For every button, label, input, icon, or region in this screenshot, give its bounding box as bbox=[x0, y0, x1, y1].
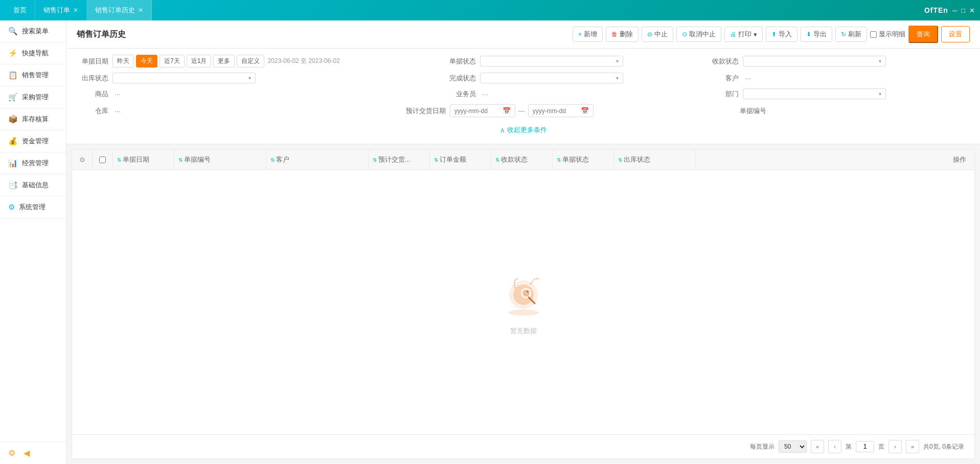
complete-status-select[interactable]: ▾ bbox=[480, 73, 623, 83]
department-select[interactable]: ▾ bbox=[743, 89, 886, 99]
collapse-bar[interactable]: ∧ 收起更多条件 bbox=[77, 122, 970, 138]
order-no-sort-icon[interactable]: ⇅ bbox=[178, 157, 183, 163]
pagination: 每页显示 50 10 20 100 « ‹ 第 页 › » 共0页, 0条记录 bbox=[72, 434, 974, 458]
delivery-date-start-input[interactable] bbox=[454, 107, 500, 115]
tab-sales-order-close[interactable]: ✕ bbox=[73, 7, 78, 14]
export-button[interactable]: ⬇ 导出 bbox=[801, 27, 832, 42]
delivery-date-end-input[interactable] bbox=[533, 107, 579, 115]
page-input[interactable] bbox=[856, 441, 874, 452]
date-btn-today[interactable]: 今天 bbox=[136, 55, 157, 68]
sidebar-item-purchase[interactable]: 🛒 采购管理 bbox=[0, 86, 66, 108]
display-columns-label: 显示明细 bbox=[879, 30, 905, 39]
filter-cell-complete-status: 完成状态 ▾ bbox=[444, 73, 707, 83]
filter-cell-salesperson: 业务员 ··· bbox=[444, 89, 707, 99]
minimize-btn[interactable]: ─ bbox=[952, 7, 957, 14]
sidebar-item-basic-info[interactable]: 📑 基础信息 bbox=[0, 174, 66, 196]
goods-dots-btn[interactable]: ··· bbox=[112, 89, 123, 99]
date-range-display: 2023-06-02 至 2023-06-02 bbox=[267, 57, 339, 65]
salesperson-dots-btn[interactable]: ··· bbox=[480, 89, 490, 99]
customer-dots-btn[interactable]: ··· bbox=[743, 73, 753, 83]
tab-sales-order-history-label: 销售订单历史 bbox=[95, 6, 135, 15]
first-page-btn[interactable]: « bbox=[811, 440, 824, 453]
next-page-btn[interactable]: › bbox=[888, 440, 902, 453]
gear-icon[interactable]: ⚙ bbox=[79, 156, 85, 164]
refresh-button-label: 刷新 bbox=[848, 30, 861, 39]
search-button[interactable]: 查询 bbox=[908, 26, 938, 43]
warehouse-dots-btn[interactable]: ··· bbox=[112, 106, 123, 116]
calendar-end-icon[interactable]: 📅 bbox=[581, 107, 589, 115]
tab-sales-order-history[interactable]: 销售订单历史 ✕ bbox=[87, 0, 152, 20]
filter-cell-goods: 商品 ··· bbox=[77, 89, 444, 99]
sidebar-item-management[interactable]: 📊 经营管理 bbox=[0, 152, 66, 174]
basic-info-icon: 📑 bbox=[8, 181, 18, 190]
salesperson-label: 业务员 bbox=[444, 90, 480, 99]
filter-cell-delivery-date: 预计交货日期 📅 — 📅 bbox=[406, 104, 735, 117]
delivery-sort-icon[interactable]: ⇅ bbox=[373, 157, 377, 163]
th-pay-status: ⇅ 收款状态 bbox=[491, 150, 553, 169]
delivery-date-end-group: 📅 bbox=[528, 104, 594, 117]
tab-sales-order-history-close[interactable]: ✕ bbox=[138, 7, 143, 14]
sidebar-item-finance[interactable]: 💰 资金管理 bbox=[0, 130, 66, 152]
date-btn-custom[interactable]: 自定义 bbox=[237, 55, 264, 68]
th-checkbox[interactable] bbox=[93, 151, 113, 168]
pay-sort-icon[interactable]: ⇅ bbox=[495, 157, 499, 163]
customer-sort-icon[interactable]: ⇅ bbox=[270, 157, 275, 163]
sidebar-item-sales[interactable]: 📋 销售管理 bbox=[0, 64, 66, 86]
table-area: ⚙ ⇅ 单据日期 ⇅ 单据编号 ⇅ 客户 ⇅ bbox=[72, 149, 975, 459]
delivery-date-start-group: 📅 bbox=[450, 104, 515, 117]
sidebar-item-search[interactable]: 🔍 搜索菜单 bbox=[0, 20, 66, 42]
select-all-checkbox[interactable] bbox=[99, 157, 106, 163]
refresh-icon: ↻ bbox=[841, 31, 846, 38]
restore-btn[interactable]: □ bbox=[961, 7, 965, 14]
date-selector: 昨天 今天 近7天 近1月 更多 自定义 bbox=[112, 55, 264, 68]
svg-point-5 bbox=[527, 291, 529, 293]
close-btn[interactable]: ✕ bbox=[969, 7, 975, 14]
sidebar-item-management-label: 经营管理 bbox=[22, 159, 49, 168]
stock-status-select[interactable]: ▾ bbox=[112, 73, 256, 83]
sidebar-item-system[interactable]: ⚙ 系统管理 bbox=[0, 196, 66, 218]
th-customer-label: 客户 bbox=[276, 155, 289, 164]
sidebar-item-quicknav[interactable]: ⚡ 快捷导航 bbox=[0, 42, 66, 64]
cancel-stop-button[interactable]: ⊙ 取消中止 bbox=[676, 27, 721, 42]
th-order-status: ⇅ 单据状态 bbox=[553, 150, 614, 169]
collapse-sidebar-icon[interactable]: ◀ bbox=[24, 448, 30, 458]
display-columns-toggle[interactable]: 显示明细 bbox=[870, 30, 905, 39]
sidebar-item-basic-info-label: 基础信息 bbox=[22, 181, 49, 190]
settings-button[interactable]: 设置 bbox=[941, 26, 970, 42]
order-status-sort-icon[interactable]: ⇅ bbox=[557, 157, 561, 163]
date-sort-icon[interactable]: ⇅ bbox=[117, 157, 121, 163]
stock-status-label: 出库状态 bbox=[77, 74, 112, 83]
print-button[interactable]: 🖨 打印 ▾ bbox=[724, 27, 763, 42]
add-button[interactable]: + 新增 bbox=[573, 27, 603, 42]
filter-cell-payment-status: 收款状态 ▾ bbox=[707, 56, 970, 67]
filter-row-3: 商品 ··· 业务员 ··· 部门 ▾ bbox=[77, 89, 970, 99]
empty-state: 暂无数据 bbox=[498, 269, 549, 336]
complete-status-label: 完成状态 bbox=[444, 74, 480, 83]
order-status-select[interactable]: ▾ bbox=[480, 56, 623, 67]
stock-sort-icon[interactable]: ⇅ bbox=[618, 157, 622, 163]
sidebar-item-inventory[interactable]: 📦 库存核算 bbox=[0, 108, 66, 130]
payment-status-select[interactable]: ▾ bbox=[743, 56, 886, 67]
amount-sort-icon[interactable]: ⇅ bbox=[434, 157, 438, 163]
date-separator: — bbox=[515, 107, 528, 115]
import-button[interactable]: ⬆ 导入 bbox=[766, 27, 797, 42]
tab-sales-order[interactable]: 销售订单 ✕ bbox=[35, 0, 87, 20]
stop-button[interactable]: ⊘ 中止 bbox=[642, 27, 673, 42]
toolbar: + 新增 🗑 删除 ⊘ 中止 ⊙ 取消中止 🖨 打印 bbox=[573, 26, 970, 43]
date-btn-1month[interactable]: 近1月 bbox=[187, 55, 212, 68]
date-btn-yesterday[interactable]: 昨天 bbox=[112, 55, 134, 68]
date-btn-7days[interactable]: 近7天 bbox=[159, 55, 185, 68]
page-size-select[interactable]: 50 10 20 100 bbox=[779, 440, 807, 453]
last-page-btn[interactable]: » bbox=[906, 440, 919, 453]
th-gear[interactable]: ⚙ bbox=[72, 151, 93, 169]
refresh-button[interactable]: ↻ 刷新 bbox=[835, 27, 867, 42]
prev-page-btn[interactable]: ‹ bbox=[828, 440, 841, 453]
date-btn-more[interactable]: 更多 bbox=[213, 55, 235, 68]
collapse-label: 收起更多条件 bbox=[507, 125, 547, 135]
settings-bottom-icon[interactable]: ⚙ bbox=[8, 448, 15, 458]
stock-status-arrow-icon: ▾ bbox=[248, 75, 251, 81]
calendar-start-icon[interactable]: 📅 bbox=[503, 107, 511, 115]
tab-home[interactable]: 首页 bbox=[5, 0, 35, 20]
delete-button[interactable]: 🗑 删除 bbox=[606, 27, 639, 42]
display-columns-checkbox[interactable] bbox=[870, 31, 877, 38]
